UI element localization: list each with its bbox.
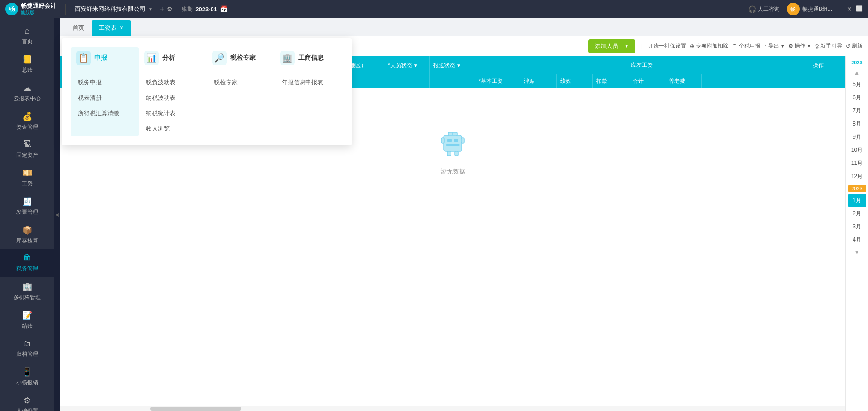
tax-dropdown-menu: 📋 申报 税务申报 税表清册 所得税汇算清缴 📊 分析 税负波动表 纳税波动表 … <box>62 38 352 145</box>
bizinfo-col-icon: 🏢 <box>280 51 295 65</box>
dropdown-col-header-fenxi: 📊 分析 <box>144 47 201 71</box>
dropdown-col-header-shenb: 📋 申报 <box>76 47 133 71</box>
fenxi-col-icon: 📊 <box>144 51 159 65</box>
dropdown-item-tax-stats[interactable]: 纳税统计表 <box>144 106 201 121</box>
taxexpert-col-title: 税检专家 <box>230 54 256 62</box>
dropdown-item-tax-burden[interactable]: 税负波动表 <box>144 75 201 90</box>
dropdown-col-shenb: 📋 申报 税务申报 税表清册 所得税汇算清缴 <box>71 47 139 136</box>
dropdown-col-fenxi: 📊 分析 税负波动表 纳税波动表 纳税统计表 收入浏览 <box>139 47 207 136</box>
fenxi-col-title: 分析 <box>162 54 175 62</box>
dropdown-item-tax-payment[interactable]: 纳税波动表 <box>144 90 201 106</box>
dropdown-col-taxexpert: 🔎 税检专家 税检专家 <box>207 47 275 136</box>
dropdown-item-income-browse[interactable]: 收入浏览 <box>144 121 201 136</box>
dropdown-col-header-bizinfo: 🏢 工商信息 <box>280 47 337 71</box>
dropdown-item-tax-report[interactable]: 税务申报 <box>76 75 133 90</box>
dropdown-grid: 📋 申报 税务申报 税表清册 所得税汇算清缴 📊 分析 税负波动表 纳税波动表 … <box>71 47 343 136</box>
dropdown-item-tax-expert-item[interactable]: 税检专家 <box>212 75 269 90</box>
taxexpert-col-icon: 🔎 <box>212 51 227 65</box>
dropdown-item-income-tax-calc[interactable]: 所得税汇算清缴 <box>76 106 133 121</box>
shenb-col-icon: 📋 <box>76 51 91 65</box>
shenb-col-title: 申报 <box>94 54 107 62</box>
dropdown-item-annual-report[interactable]: 年报信息申报表 <box>280 75 337 90</box>
dropdown-col-header-taxexpert: 🔎 税检专家 <box>212 47 269 71</box>
dropdown-col-bizinfo: 🏢 工商信息 年报信息申报表 <box>275 47 343 136</box>
dropdown-item-tax-table[interactable]: 税表清册 <box>76 90 133 106</box>
bizinfo-col-title: 工商信息 <box>298 54 324 62</box>
